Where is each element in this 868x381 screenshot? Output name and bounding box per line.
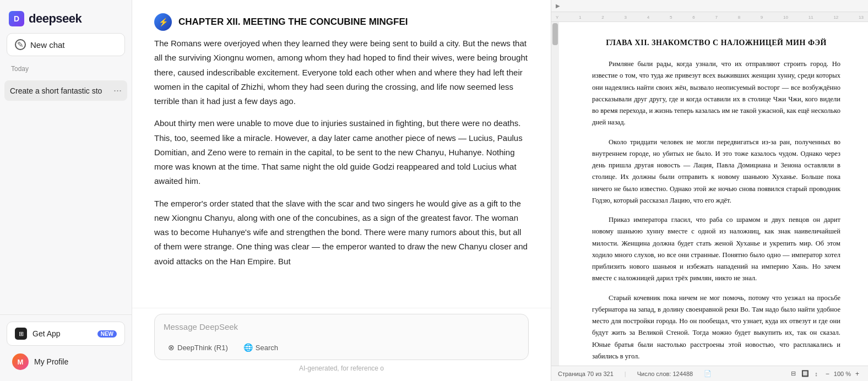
- ruler-bar: Y 1 2 3 4 5 6 7 8 9 10 11 12 13: [551, 12, 868, 22]
- chat-input-area: Message DeepSeek ⊗ DeepThink (R1) 🌐 Sear…: [132, 308, 551, 381]
- zoom-level: 100 %: [834, 371, 851, 377]
- status-right: ⊟ 🔲 ↕ − 100 % +: [791, 369, 861, 378]
- ruler-marks: Y 1 2 3 4 5 6 7 8 9 10 11 12 13: [556, 14, 864, 19]
- ruler-mark-2: 2: [601, 14, 604, 19]
- zoom-in-button[interactable]: +: [853, 369, 861, 378]
- profile-label: My Profile: [34, 357, 68, 366]
- doc-paragraph-2: Около тридцати человек не могли передвиг…: [592, 137, 840, 207]
- profile-button[interactable]: M My Profile: [7, 349, 125, 374]
- ruler-mark-9: 9: [761, 14, 763, 19]
- search-label: Search: [256, 344, 278, 352]
- ruler-mark-3: 3: [625, 14, 627, 19]
- new-chat-label: New chat: [30, 40, 65, 50]
- vertical-scrollbar[interactable]: [551, 22, 559, 366]
- doc-paragraph-4: Старый кочевник пока ничем не мог помочь…: [592, 292, 840, 363]
- deepthink-icon: ⊗: [168, 343, 175, 352]
- deepthink-label: DeepThink (R1): [177, 344, 228, 352]
- word-count: Число слов: 124488: [637, 371, 693, 377]
- chat-item-more-icon[interactable]: ···: [113, 85, 122, 96]
- doc-paragraph-1: Римляне были рады, когда узнали, что их …: [592, 58, 840, 129]
- ruler-mark-8: 8: [738, 14, 740, 19]
- get-app-button[interactable]: ⊞ Get App NEW: [7, 322, 125, 346]
- sidebar: D deepseek ✎ New chat Today Create a sho…: [0, 0, 132, 381]
- zoom-icon-3: ↕: [815, 371, 818, 377]
- message-header: ⚡ CHAPTER XII. MEETING THE CONCUBINE MIN…: [154, 13, 529, 31]
- paragraph-1: The Romans were overjoyed when they lear…: [154, 36, 529, 108]
- today-section-label: Today: [7, 63, 125, 76]
- chat-content: ⚡ CHAPTER XII. MEETING THE CONCUBINE MIN…: [132, 0, 551, 308]
- message-chapter-title: CHAPTER XII. MEETING THE CONCUBINE MINGF…: [178, 17, 408, 28]
- paragraph-2: About thirty men were unable to move due…: [154, 116, 529, 188]
- chat-list: Create a short fantastic sto ···: [0, 80, 132, 314]
- ruler-mark-7: 7: [715, 14, 717, 19]
- main-chat-area: ⚡ CHAPTER XII. MEETING THE CONCUBINE MIN…: [132, 0, 551, 381]
- scrollbar-thumb[interactable]: [552, 23, 558, 45]
- ruler-mark-10: 10: [783, 14, 788, 19]
- logo-text: deepseek: [29, 12, 82, 26]
- chat-item-text: Create a short fantastic sto: [10, 86, 111, 95]
- input-placeholder-text: Message DeepSeek: [164, 322, 519, 335]
- avatar: M: [12, 353, 29, 370]
- zoom-controls: − 100 % +: [823, 369, 861, 378]
- doc-paragraph-3: Приказ императора гласил, что раба со шр…: [592, 214, 840, 285]
- zoom-icon-2: 🔲: [801, 370, 809, 377]
- ruler-mark-11: 11: [809, 14, 813, 19]
- ai-reference-note: AI-generated, for reference o: [154, 364, 529, 372]
- ruler-mark-12: 12: [833, 14, 838, 19]
- zoom-icon-1: ⊟: [791, 370, 796, 377]
- doc-chapter-title: ГЛАВА XII. ЗНАКОМСТВО С НАЛОЖНИЦЕЙ МИН Ф…: [592, 39, 840, 47]
- input-toolbar: ⊗ DeepThink (R1) 🌐 Search: [164, 341, 519, 354]
- new-chat-button[interactable]: ✎ New chat: [7, 33, 125, 56]
- new-badge: NEW: [97, 330, 117, 338]
- doc-content: ГЛАВА XII. ЗНАКОМСТВО С НАЛОЖНИЦЕЙ МИН Ф…: [559, 22, 868, 366]
- doc-status-bar: Страница 70 из 321 | Число слов: 124488 …: [551, 366, 868, 381]
- search-icon: 🌐: [243, 343, 253, 352]
- deepseek-logo-icon: D: [9, 11, 24, 26]
- ruler-mark-y: Y: [556, 14, 558, 19]
- logo-area: D deepseek: [7, 7, 125, 33]
- paragraph-3: The emperor's order stated that the slav…: [154, 197, 529, 269]
- deepthink-button[interactable]: ⊗ DeepThink (R1): [164, 341, 232, 354]
- get-app-label: Get App: [32, 329, 61, 338]
- ruler-mark-4: 4: [647, 14, 649, 19]
- ai-avatar: ⚡: [154, 13, 172, 31]
- input-box: Message DeepSeek ⊗ DeepThink (R1) 🌐 Sear…: [154, 314, 529, 360]
- chat-item[interactable]: Create a short fantastic sto ···: [4, 80, 127, 101]
- ruler-mark-6: 6: [692, 14, 695, 19]
- ruler-mark-5: 5: [670, 14, 672, 19]
- search-button[interactable]: 🌐 Search: [239, 341, 283, 354]
- zoom-out-button[interactable]: −: [823, 369, 832, 378]
- message-body: The Romans were overjoyed when they lear…: [154, 36, 529, 269]
- doc-toolbar-spacer: ▶: [556, 3, 560, 9]
- ruler-mark-1: 1: [579, 14, 581, 19]
- page-info: Страница 70 из 321: [558, 371, 614, 377]
- document-panel: ▶ Y 1 2 3 4 5 6 7 8 9 10 11 12 13 ГЛАВА …: [551, 0, 868, 381]
- ruler-mark-13: 13: [859, 14, 864, 19]
- doc-toolbar: ▶: [551, 0, 868, 12]
- new-chat-icon: ✎: [15, 39, 26, 50]
- message-block: ⚡ CHAPTER XII. MEETING THE CONCUBINE MIN…: [154, 13, 529, 269]
- app-icon: ⊞: [15, 328, 27, 340]
- doc-main-layout: ГЛАВА XII. ЗНАКОМСТВО С НАЛОЖНИЦЕЙ МИН Ф…: [551, 22, 868, 366]
- sidebar-bottom: ⊞ Get App NEW M My Profile: [0, 314, 132, 381]
